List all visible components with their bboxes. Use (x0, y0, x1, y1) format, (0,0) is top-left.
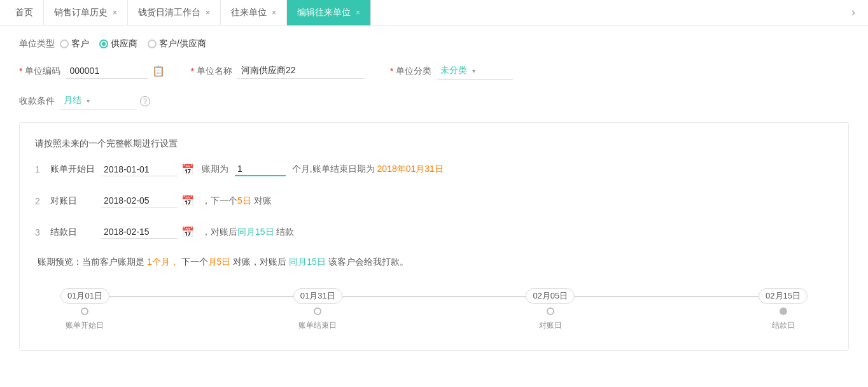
close-cash-reconcile[interactable]: × (206, 8, 210, 17)
period-desc-3: ，对账后同月15日 结款 (202, 227, 294, 238)
period-desc-2-prefix: ，下一个 (202, 195, 237, 206)
card-instruction: 请按照未来的一个完整帐期进行设置 (35, 138, 833, 150)
period-after-text-1: 账期为 (202, 164, 228, 174)
period-row-3: 3 结款日 📅 ，对账后同月15日 结款 (35, 225, 833, 239)
preview-suffix: 该客户会给我打款。 (328, 257, 409, 267)
radio-customer[interactable]: 客户 (60, 38, 89, 50)
tabs-bar: 首页 销售订单历史 × 钱货日清工作台 × 往来单位 × 编辑往来单位 × › (0, 0, 868, 25)
unit-code-label: 单位编码 (25, 66, 60, 77)
unit-name-item: * 单位名称 (190, 63, 364, 79)
timeline-label-4: 结款日 (772, 320, 795, 331)
reconcile-day: 5日 (237, 195, 251, 206)
preview-prefix: 账期预览：当前客户账期是 (38, 257, 144, 267)
unit-category-chevron: ▾ (472, 67, 475, 74)
unit-name-input[interactable] (237, 63, 365, 79)
tab-cash-reconcile[interactable]: 钱货日清工作台 × (128, 0, 221, 25)
radio-supplier-label: 供应商 (111, 38, 137, 50)
preview-months: 1个月， (147, 257, 179, 267)
period-input-wrap-3: 📅 (101, 225, 194, 239)
radio-supplier[interactable]: 供应商 (99, 38, 137, 50)
payment-terms-label: 收款条件 (19, 95, 55, 107)
period-desc-2-suffix: 对账 (251, 195, 272, 206)
preview-payment-day: 同月15日 (289, 257, 326, 267)
timeline-points: 01月01日 账单开始日 01月31日 账单结束日 02月05日 对账日 (60, 288, 808, 331)
period-label-1: 账单开始日 (50, 164, 101, 175)
payment-terms-chevron: ▾ (87, 97, 90, 104)
tab-more-button[interactable]: › (844, 6, 863, 19)
period-desc-2: ，下一个5日 对账 (202, 195, 272, 207)
timeline: 01月01日 账单开始日 01月31日 账单结束日 02月05日 对账日 (35, 288, 833, 331)
billing-end-date: 2018年01月31日 (377, 164, 444, 174)
unit-info-row: * 单位编码 📋 * 单位名称 * 单位分类 未分类 ▾ (19, 62, 849, 80)
unit-code-star: * (19, 66, 22, 76)
period-cal-icon-1[interactable]: 📅 (181, 164, 194, 176)
timeline-dot-1 (81, 307, 88, 315)
payment-terms-row: 收款条件 月结 ▾ ? (19, 92, 849, 109)
period-date-input-1[interactable] (101, 163, 178, 176)
unit-category-value: 未分类 (440, 65, 467, 76)
period-input-wrap-2: 📅 (101, 194, 194, 208)
unit-category-item: * 单位分类 未分类 ▾ (390, 62, 513, 80)
unit-category-select[interactable]: 未分类 ▾ (437, 62, 513, 80)
timeline-point-3: 02月05日 对账日 (526, 288, 575, 331)
timeline-dot-4 (780, 307, 787, 315)
preview-reconcile-prefix: 下一个 (181, 257, 208, 267)
payment-terms-value: 月结 (64, 95, 81, 106)
period-desc-3-prefix: ，对账后 (202, 227, 237, 237)
payment-terms-help-icon[interactable]: ? (140, 96, 150, 106)
unit-type-radio-group: 客户 供应商 客户/供应商 (60, 38, 206, 50)
tab-sales-history[interactable]: 销售订单历史 × (44, 0, 128, 25)
close-edit-partner[interactable]: × (356, 8, 360, 17)
timeline-badge-3: 02月05日 (526, 288, 575, 304)
timeline-dot-2 (314, 307, 321, 315)
radio-supplier-circle (99, 39, 108, 48)
period-date-input-2[interactable] (101, 194, 178, 208)
unit-code-input[interactable] (66, 63, 148, 79)
radio-both[interactable]: 客户/供应商 (148, 38, 206, 50)
radio-customer-circle (60, 39, 69, 48)
tab-home[interactable]: 首页 (5, 0, 44, 25)
radio-customer-label: 客户 (71, 38, 89, 50)
close-sales-history[interactable]: × (113, 8, 117, 17)
period-row-1: 1 账单开始日 📅 账期为 个月,账单结束日期为 2018年01月31日 (35, 162, 833, 176)
preview-middle: 对账，对账后 (233, 257, 289, 267)
unit-type-row: 单位类型 客户 供应商 客户/供应商 (19, 38, 849, 50)
radio-both-circle (148, 39, 157, 48)
months-suffix: 个月,账单结束日期为 (292, 164, 375, 174)
timeline-point-2: 01月31日 账单结束日 (293, 288, 342, 331)
period-num-2: 2 (35, 196, 50, 206)
unit-code-calendar-icon[interactable]: 📋 (152, 65, 165, 77)
timeline-point-4: 02月15日 结款日 (759, 288, 808, 331)
period-date-input-3[interactable] (101, 225, 178, 239)
radio-both-label: 客户/供应商 (159, 38, 206, 50)
main-content: 单位类型 客户 供应商 客户/供应商 * 单位编码 (0, 25, 868, 387)
period-cal-icon-3[interactable]: 📅 (181, 226, 194, 238)
payment-day: 同月15日 (237, 227, 274, 237)
timeline-badge-4: 02月15日 (759, 288, 808, 304)
close-partner-unit[interactable]: × (272, 8, 276, 17)
period-num-3: 3 (35, 227, 50, 237)
timeline-point-1: 01月01日 账单开始日 (60, 288, 109, 331)
period-cal-icon-2[interactable]: 📅 (181, 195, 194, 207)
tab-edit-partner[interactable]: 编辑往来单位 × (287, 0, 371, 25)
preview-reconcile-day: 月5日 (208, 257, 231, 267)
period-input-wrap-1: 📅 (101, 163, 194, 176)
period-num-1: 1 (35, 164, 50, 174)
period-row-2: 2 对账日 📅 ，下一个5日 对账 (35, 194, 833, 208)
unit-type-item: 单位类型 客户 供应商 客户/供应商 (19, 38, 206, 50)
timeline-label-1: 账单开始日 (66, 320, 104, 331)
unit-category-label: 单位分类 (396, 66, 431, 77)
period-desc-1: 账期为 个月,账单结束日期为 2018年01月31日 (202, 162, 444, 176)
timeline-dot-3 (547, 307, 554, 315)
timeline-label-3: 对账日 (539, 320, 562, 331)
unit-type-label: 单位类型 (19, 38, 55, 50)
payment-terms-select[interactable]: 月结 ▾ (60, 92, 136, 109)
tab-partner-unit[interactable]: 往来单位 × (221, 0, 287, 25)
period-label-2: 对账日 (50, 195, 101, 207)
preview-section: 账期预览：当前客户账期是 1个月， 下一个月5日 对账，对账后 同月15日 该客… (35, 257, 833, 268)
months-input[interactable] (235, 162, 286, 176)
unit-name-label: 单位名称 (197, 66, 232, 77)
unit-code-item: * 单位编码 📋 (19, 63, 165, 79)
timeline-badge-1: 01月01日 (60, 288, 109, 304)
period-settings-card: 请按照未来的一个完整帐期进行设置 1 账单开始日 📅 账期为 个月,账单结束日期… (19, 122, 849, 351)
